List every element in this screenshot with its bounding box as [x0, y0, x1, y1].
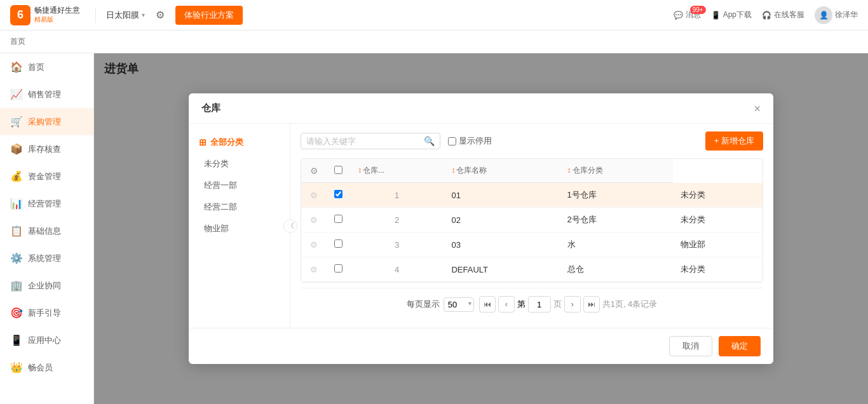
sidebar-item-member[interactable]: 👑 畅会员 — [0, 354, 93, 381]
th-checkbox — [327, 159, 350, 183]
row-check[interactable] — [327, 183, 350, 208]
home-icon: 🏠 — [10, 61, 23, 73]
all-category-item[interactable]: ⊞ 全部分类 — [189, 131, 290, 153]
row-num: 2 — [350, 208, 444, 232]
prev-page-button[interactable]: ‹ — [498, 296, 515, 313]
sidebar-item-operation[interactable]: 📊 经营管理 — [0, 190, 93, 217]
sidebar-item-sales[interactable]: 📈 销售管理 — [0, 81, 93, 108]
guide-icon: 🎯 — [10, 307, 23, 319]
main-content: 进货单 仓库 × ⊞ 全部分类 — [94, 53, 868, 404]
warehouse-table: ⚙ ↕仓库... ↕仓库名称 ↕仓库分类 ⚙ — [301, 158, 763, 283]
sidebar-item-home[interactable]: 🏠 首页 — [0, 53, 93, 81]
row-category: 未分类 — [673, 257, 763, 282]
table-header: ⚙ ↕仓库... ↕仓库名称 ↕仓库分类 — [301, 159, 763, 183]
row-check[interactable] — [327, 257, 350, 282]
category-operations-1[interactable]: 经营一部 — [189, 175, 290, 196]
table-row[interactable]: ⚙ 3 03 水 物业部 — [301, 232, 763, 257]
sidebar-item-purchase[interactable]: 🛒 采购管理 — [0, 108, 93, 135]
row-check[interactable] — [327, 232, 350, 257]
cancel-button[interactable]: 取消 — [669, 336, 712, 356]
topbar: 6 畅捷通好生意 精易版 日太阳膜 ▾ ⚙ 体验行业方案 💬 消息 99+ 📱 … — [0, 0, 868, 30]
grid-icon: ⊞ — [199, 137, 207, 147]
breadcrumb-home[interactable]: 首页 — [10, 36, 25, 47]
category-panel: ⊞ 全部分类 未分类 经营一部 经营二部 物业部 《 — [189, 124, 290, 328]
category-unclassified[interactable]: 未分类 — [189, 153, 290, 175]
th-category: ↕仓库分类 — [560, 159, 674, 183]
row-checkbox[interactable] — [334, 215, 342, 223]
app-center-icon: 📱 — [10, 334, 23, 346]
search-icon[interactable]: 🔍 — [424, 136, 435, 146]
sidebar-item-finance[interactable]: 💰 资金管理 — [0, 163, 93, 190]
message-badge: 99+ — [690, 6, 706, 14]
sidebar-item-base[interactable]: 📋 基础信息 — [0, 217, 93, 245]
row-num: 3 — [350, 232, 444, 257]
online-service-button[interactable]: 🎧 在线客服 — [762, 10, 804, 20]
row-code: DEFAULT — [444, 257, 559, 282]
table-row[interactable]: ⚙ 1 01 1号仓库 未分类 — [301, 183, 763, 208]
page-size-wrap: 每页显示 50 100 200 — [407, 297, 474, 312]
next-page-button[interactable]: › — [564, 296, 581, 313]
page-size-select[interactable]: 50 100 200 — [444, 297, 474, 312]
store-name: 日太阳膜 — [106, 10, 139, 21]
modal-close-button[interactable]: × — [754, 103, 761, 114]
confirm-button[interactable]: 确定 — [719, 336, 761, 356]
search-input-wrap: 🔍 — [301, 133, 440, 149]
gear-row-icon: ⚙ — [310, 191, 318, 200]
gear-icon: ⚙ — [310, 166, 318, 176]
table-row[interactable]: ⚙ 4 DEFAULT 总仓 未分类 — [301, 257, 763, 282]
sales-icon: 📈 — [10, 88, 23, 100]
page-nav: ⏮ ‹ 第 页 › ⏭ 共1页, 4条记录 — [479, 296, 658, 313]
category-property[interactable]: 物业部 — [189, 218, 290, 239]
purchase-icon: 🛒 — [10, 116, 23, 128]
row-category: 未分类 — [673, 208, 763, 232]
select-all-checkbox[interactable] — [334, 166, 342, 174]
row-name: 水 — [560, 232, 674, 257]
store-selector[interactable]: 日太阳膜 ▾ — [101, 7, 150, 24]
logo-badge: 精易版 — [34, 15, 80, 24]
corp-icon: 🏢 — [10, 279, 23, 292]
sidebar-item-inventory[interactable]: 📦 库存核查 — [0, 135, 93, 163]
sidebar: 🏠 首页 📈 销售管理 🛒 采购管理 📦 库存核查 💰 资金管理 📊 经营管理 … — [0, 53, 94, 404]
modal-overlay: 仓库 × ⊞ 全部分类 未分类 经营一部 经营二部 物业部 — [94, 53, 868, 404]
table-row[interactable]: ⚙ 2 02 2号仓库 未分类 — [301, 208, 763, 232]
row-checkbox[interactable] — [334, 190, 342, 198]
category-operations-2[interactable]: 经营二部 — [189, 196, 290, 218]
message-icon: 💬 — [674, 11, 683, 20]
sidebar-item-guide[interactable]: 🎯 新手引导 — [0, 299, 93, 327]
user-menu[interactable]: 👤 徐泽华 — [815, 6, 858, 24]
total-info: 共1页, 4条记录 — [602, 299, 658, 310]
settings-icon[interactable]: ⚙ — [150, 5, 170, 25]
page-label-post: 页 — [553, 299, 562, 310]
row-category: 未分类 — [673, 183, 763, 208]
modal-header: 仓库 × — [189, 93, 773, 124]
add-warehouse-button[interactable]: + 新增仓库 — [705, 131, 763, 151]
finance-icon: 💰 — [10, 170, 23, 182]
row-num: 4 — [350, 257, 444, 282]
panel-collapse-button[interactable]: 《 — [283, 219, 297, 233]
row-name: 1号仓库 — [560, 183, 674, 208]
base-icon: 📋 — [10, 225, 23, 237]
search-input[interactable] — [306, 137, 424, 146]
warehouse-modal: 仓库 × ⊞ 全部分类 未分类 经营一部 经营二部 物业部 — [189, 93, 773, 364]
page-size-selector[interactable]: 50 100 200 — [444, 297, 474, 312]
modal-footer: 取消 确定 — [189, 328, 773, 364]
sidebar-item-system[interactable]: ⚙️ 系统管理 — [0, 245, 93, 272]
app-icon: 📱 — [711, 11, 721, 20]
sidebar-item-app[interactable]: 📱 应用中心 — [0, 327, 93, 354]
modal-title: 仓库 — [201, 102, 220, 114]
last-page-button[interactable]: ⏭ — [583, 296, 600, 313]
row-checkbox[interactable] — [334, 239, 342, 248]
pagination: 每页显示 50 100 200 ⏮ — [301, 288, 763, 320]
row-check[interactable] — [327, 208, 350, 232]
sidebar-item-corp[interactable]: 🏢 企业协同 — [0, 272, 93, 299]
first-page-button[interactable]: ⏮ — [479, 296, 496, 313]
system-icon: ⚙️ — [10, 252, 23, 264]
solution-button[interactable]: 体验行业方案 — [175, 6, 243, 25]
row-checkbox[interactable] — [334, 264, 342, 273]
messages-button[interactable]: 💬 消息 99+ — [674, 10, 701, 20]
avatar: 👤 — [815, 6, 832, 24]
gear-row-icon: ⚙ — [310, 215, 318, 225]
page-input[interactable] — [528, 296, 551, 313]
app-download-button[interactable]: 📱 App下载 — [711, 10, 752, 20]
show-disabled-checkbox[interactable] — [448, 137, 456, 145]
